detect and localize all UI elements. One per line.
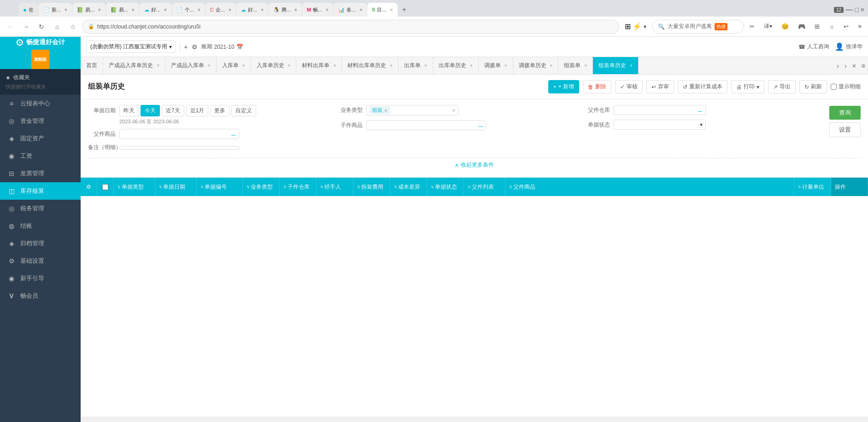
- th-type[interactable]: ⇅ 单据类型: [114, 178, 155, 196]
- tab-6[interactable]: 📄 个... ×: [172, 3, 205, 17]
- tab-close-icon[interactable]: ×: [208, 63, 211, 68]
- game-tool[interactable]: 🎮: [795, 22, 808, 31]
- warehouse-dots[interactable]: ...: [698, 107, 703, 113]
- page-tab-outbound-history[interactable]: 出库单历史 ×: [433, 57, 479, 75]
- tab-5[interactable]: ☁ 好... ×: [140, 3, 171, 17]
- sidebar-item-tax[interactable]: ◎ 税务管理: [0, 200, 81, 217]
- close-window-button[interactable]: ×: [861, 6, 864, 13]
- sidebar-item-reports[interactable]: ≡ 云报表中心: [0, 95, 81, 112]
- bookmark-button[interactable]: ☆: [66, 20, 79, 33]
- th-handler[interactable]: ⇅ 经手人: [317, 178, 353, 196]
- biz-type-input[interactable]: 组装 × ▾: [366, 105, 458, 116]
- tab-9[interactable]: 🐧 腾... ×: [269, 3, 302, 17]
- th-parent-list[interactable]: ⇅ 父件列表: [464, 178, 505, 196]
- translate-tool[interactable]: 译▾: [761, 22, 775, 31]
- sidebar-item-inventory[interactable]: ◫ 库存核算: [0, 182, 81, 200]
- tab-close-icon[interactable]: ×: [242, 63, 245, 68]
- undo-tool[interactable]: ↩: [841, 22, 851, 31]
- flash-button[interactable]: ⚡: [633, 22, 642, 31]
- delete-button[interactable]: 🗑 删除: [583, 80, 611, 93]
- sidebar-item-settings[interactable]: ⚙ 基础设置: [0, 252, 81, 270]
- user-info[interactable]: 👤 徐泽华: [835, 42, 862, 51]
- page-tab-assembly[interactable]: 组装单 ×: [558, 57, 593, 75]
- service-button[interactable]: ☎ 人工咨询: [798, 43, 829, 51]
- reload-button[interactable]: ↻: [35, 20, 48, 33]
- tab-12[interactable]: S 目... ×: [367, 3, 397, 17]
- tab-10[interactable]: M 畅... ×: [302, 3, 333, 17]
- tab-11[interactable]: 📊 各... ×: [334, 3, 367, 17]
- parent-goods-input[interactable]: ...: [119, 129, 239, 139]
- parent-goods-dots[interactable]: ...: [231, 131, 236, 137]
- audit-button[interactable]: ✓ 审核: [615, 80, 643, 93]
- th-parent-goods[interactable]: ⇅ 父件商品: [505, 178, 794, 196]
- home-button[interactable]: ⌂: [51, 20, 64, 33]
- child-goods-input[interactable]: ...: [366, 120, 486, 130]
- tab-close-icon[interactable]: ×: [333, 63, 336, 68]
- page-tab-material-out[interactable]: 材料出库单 ×: [296, 57, 342, 75]
- scissors-tool[interactable]: ✂: [747, 22, 757, 31]
- tab-close-icon[interactable]: ×: [550, 63, 553, 68]
- emoji-tool[interactable]: 😊: [779, 22, 792, 31]
- add-company-button[interactable]: +: [184, 43, 188, 51]
- tab-1[interactable]: ● 在: [18, 3, 38, 17]
- display-detail-checkbox[interactable]: [831, 84, 837, 90]
- warehouse-input[interactable]: ...: [614, 105, 706, 115]
- brightness-tool[interactable]: ☼: [826, 22, 837, 31]
- page-tab-inbound-history[interactable]: 入库单历史 ×: [251, 57, 297, 75]
- sidebar-item-archive[interactable]: ◈ 归档管理: [0, 235, 81, 252]
- favorites-subtitle[interactable]: 快捷键打开收藏夹: [6, 83, 75, 90]
- biz-type-tag-remove[interactable]: ×: [384, 108, 387, 113]
- child-goods-dots[interactable]: ...: [478, 122, 483, 128]
- page-tab-finished-history[interactable]: 产成品入库单历史 ×: [103, 57, 165, 75]
- sidebar-item-guide[interactable]: ◉ 新手引导: [0, 270, 81, 287]
- tabs-close-button[interactable]: ×: [850, 62, 859, 69]
- page-tab-home[interactable]: 首页: [81, 57, 103, 75]
- display-detail-checkbox-label[interactable]: 显示明细: [831, 83, 861, 91]
- forward-button[interactable]: →: [19, 20, 32, 33]
- tab-8[interactable]: ☁ 好... ×: [236, 3, 268, 17]
- qr-button[interactable]: ⊞: [625, 22, 631, 31]
- tab-close-icon[interactable]: ×: [424, 63, 427, 68]
- th-settings[interactable]: ⚙: [81, 178, 97, 196]
- tab-3[interactable]: 📗 易... ×: [72, 3, 106, 17]
- tab-2[interactable]: 📄 新... ×: [39, 3, 72, 17]
- page-tab-finished[interactable]: 产成品入库单 ×: [165, 57, 217, 75]
- biz-dropdown-icon[interactable]: ▾: [452, 107, 455, 114]
- more-btn[interactable]: 更多: [210, 105, 229, 116]
- sidebar-item-close[interactable]: ◍ 结账: [0, 217, 81, 235]
- tab-close-icon[interactable]: ×: [470, 63, 473, 68]
- notes-input[interactable]: [119, 146, 239, 150]
- export-button[interactable]: ↗ 导出: [768, 80, 796, 93]
- abandon-button[interactable]: ↩ 弃审: [646, 80, 674, 93]
- tabs-left-button[interactable]: ‹: [834, 62, 842, 69]
- tab-close-icon[interactable]: ×: [630, 63, 633, 68]
- set-button[interactable]: 设置: [829, 122, 861, 137]
- th-diff[interactable]: ⇅ 成本差异: [390, 178, 427, 196]
- layout-tool[interactable]: ⊞: [812, 22, 822, 31]
- back-button[interactable]: ←: [4, 20, 17, 33]
- menu-tool[interactable]: ≡: [855, 22, 864, 31]
- tab-7[interactable]: C 企... ×: [205, 3, 236, 17]
- page-tab-outbound[interactable]: 出库单 ×: [399, 57, 433, 75]
- address-bar[interactable]: 🔒 https://cloud.chanjet.com/accounting/u…: [82, 20, 619, 34]
- th-warehouse[interactable]: ⇅ 子件仓库: [280, 178, 317, 196]
- page-tab-transfer-history[interactable]: 调拨单历史 ×: [513, 57, 559, 75]
- settings-button[interactable]: ⚙: [192, 43, 198, 51]
- collapse-filters-button[interactable]: ∧ 收起更多条件: [88, 158, 861, 172]
- yesterday-btn[interactable]: 昨天: [119, 105, 139, 116]
- tabs-right-button[interactable]: ›: [842, 62, 850, 69]
- horizontal-scrollbar[interactable]: [81, 416, 868, 422]
- th-cost[interactable]: ⇅ 拆装费用: [353, 178, 390, 196]
- th-date[interactable]: ⇅ 单据日期: [155, 178, 197, 196]
- sidebar-item-vip[interactable]: V 畅会员: [0, 287, 81, 305]
- maximize-button[interactable]: □: [855, 6, 858, 13]
- refresh-button[interactable]: ↻ 刷新: [799, 80, 827, 93]
- 1month-btn[interactable]: 近1月: [186, 105, 209, 116]
- sidebar-item-funds[interactable]: ◎ 资金管理: [0, 112, 81, 130]
- status-select[interactable]: ▾: [614, 120, 706, 130]
- chevron-down-icon[interactable]: ▾: [644, 23, 646, 30]
- custom-btn[interactable]: 自定义: [231, 105, 256, 116]
- th-number[interactable]: ⇅ 单据编号: [197, 178, 243, 196]
- tab-4[interactable]: 📗 易... ×: [106, 3, 139, 17]
- tab-close-icon[interactable]: ×: [288, 63, 291, 68]
